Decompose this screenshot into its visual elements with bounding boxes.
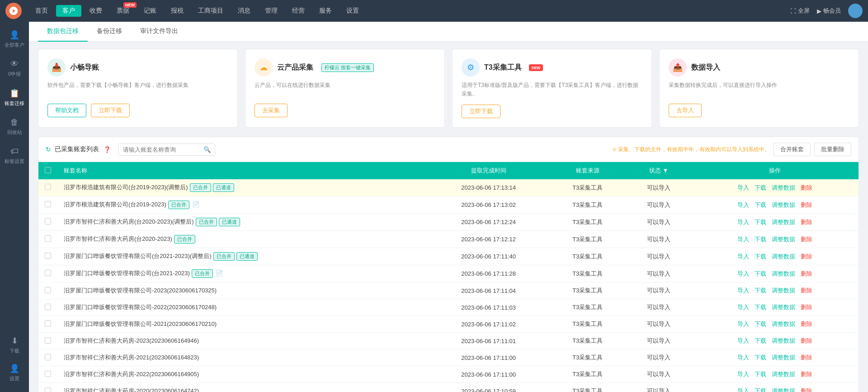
row-action-删除[interactable]: 删除 [798,304,815,311]
tab-audit-export[interactable]: 审计文件导出 [131,22,187,42]
row-action-删除[interactable]: 删除 [798,270,815,277]
row-checkbox[interactable] [45,270,51,276]
row-action-导入[interactable]: 导入 [735,184,752,191]
row-action-删除[interactable]: 删除 [798,337,815,344]
row-action-导入[interactable]: 导入 [735,270,752,277]
refresh-icon[interactable]: ↻ [46,146,51,153]
row-action-下载[interactable]: 下载 [752,387,769,392]
row-action-调整数据[interactable]: 调整数据 [769,201,798,208]
row-action-删除[interactable]: 删除 [798,371,815,378]
fullscreen-button[interactable]: ⛶ 全屏 [790,7,810,15]
row-checkbox[interactable] [45,201,51,207]
row-action-调整数据[interactable]: 调整数据 [769,184,798,191]
nav-item-charge[interactable]: 收费 [83,5,108,17]
sidebar-item-download[interactable]: ⬇ 下载 [9,331,19,359]
sidebar-item-account-migration[interactable]: 📋 账套迁移 [0,84,29,111]
row-action-删除[interactable]: 删除 [798,236,815,243]
row-checkbox[interactable] [45,184,51,190]
row-action-导入[interactable]: 导入 [735,337,752,344]
nav-item-service[interactable]: 服务 [313,5,338,17]
batch-delete-button[interactable]: 批量删除 [814,143,851,156]
row-checkbox[interactable] [45,371,51,377]
search-input[interactable] [118,144,200,155]
nav-item-operate[interactable]: 经营 [286,5,311,17]
header-checkbox[interactable] [45,167,51,173]
row-checkbox[interactable] [45,387,51,392]
row-action-导入[interactable]: 导入 [735,236,752,243]
nav-item-client[interactable]: 客户 [56,5,81,17]
nav-item-invoice[interactable]: 票据 NEW [110,5,136,17]
row-checkbox[interactable] [45,354,51,360]
xiaochang-help-button[interactable]: 帮助文档 [47,104,86,117]
user-avatar[interactable] [848,4,863,18]
row-action-导入[interactable]: 导入 [735,354,752,361]
tab-data-migration[interactable]: 数据包迁移 [38,22,88,42]
row-action-下载[interactable]: 下载 [752,304,769,311]
row-action-下载[interactable]: 下载 [752,184,769,191]
sidebar-item-all-clients[interactable]: 👤 全部客户 [0,25,29,53]
tab-backup-migration[interactable]: 备份迁移 [88,22,131,42]
row-action-删除[interactable]: 删除 [798,219,815,225]
member-button[interactable]: ▶ 畅会员 [817,7,841,15]
nav-item-message[interactable]: 消息 [231,5,257,17]
import-go-button[interactable]: 去导入 [669,104,702,117]
row-action-调整数据[interactable]: 调整数据 [769,287,798,294]
t3-download-button[interactable]: 立即下载 [462,105,500,118]
sidebar-item-tag-settings[interactable]: 🏷 标签设置 [0,142,29,169]
row-action-调整数据[interactable]: 调整数据 [769,371,798,378]
app-logo[interactable] [5,3,22,19]
row-action-下载[interactable]: 下载 [752,236,769,243]
row-action-调整数据[interactable]: 调整数据 [769,387,798,392]
row-action-调整数据[interactable]: 调整数据 [769,304,798,311]
row-action-调整数据[interactable]: 调整数据 [769,337,798,344]
row-checkbox[interactable] [45,253,51,259]
row-action-调整数据[interactable]: 调整数据 [769,354,798,361]
merge-accounts-button[interactable]: 合并账套 [774,143,811,156]
search-button[interactable]: 🔍 [200,144,215,155]
row-action-导入[interactable]: 导入 [735,201,752,208]
row-checkbox[interactable] [45,320,51,327]
row-checkbox[interactable] [45,287,51,293]
xiaochang-download-button[interactable]: 立即下载 [91,104,130,117]
nav-item-settings[interactable]: 设置 [340,5,365,17]
row-action-导入[interactable]: 导入 [735,371,752,378]
file-icon[interactable]: 📄 [192,201,199,208]
nav-item-business[interactable]: 工商项目 [192,5,230,17]
row-action-删除[interactable]: 删除 [798,320,815,327]
row-action-下载[interactable]: 下载 [752,270,769,277]
row-action-下载[interactable]: 下载 [752,354,769,361]
row-action-下载[interactable]: 下载 [752,253,769,260]
row-checkbox[interactable] [45,235,51,242]
nav-item-manage[interactable]: 管理 [259,5,284,17]
row-action-删除[interactable]: 删除 [798,184,815,191]
sidebar-item-recycle-bin[interactable]: 🗑 回收站 [0,113,29,140]
row-action-删除[interactable]: 删除 [798,287,815,294]
row-action-下载[interactable]: 下载 [752,219,769,225]
nav-item-home[interactable]: 首页 [29,5,54,17]
row-action-删除[interactable]: 删除 [798,354,815,361]
cloud-collect-button[interactable]: 去采集 [255,104,288,117]
row-action-调整数据[interactable]: 调整数据 [769,270,798,277]
row-action-下载[interactable]: 下载 [752,320,769,327]
row-action-调整数据[interactable]: 调整数据 [769,219,798,225]
sidebar-item-zero-declaration[interactable]: 👁 0申报 [0,55,29,82]
row-action-下载[interactable]: 下载 [752,201,769,208]
row-action-导入[interactable]: 导入 [735,219,752,225]
row-action-调整数据[interactable]: 调整数据 [769,253,798,260]
row-action-删除[interactable]: 删除 [798,201,815,208]
row-action-调整数据[interactable]: 调整数据 [769,236,798,243]
sidebar-item-user-settings[interactable]: 👤 设置 [9,359,19,387]
row-action-导入[interactable]: 导入 [735,320,752,327]
row-action-删除[interactable]: 删除 [798,387,815,392]
row-action-下载[interactable]: 下载 [752,287,769,294]
row-action-删除[interactable]: 删除 [798,253,815,260]
row-checkbox[interactable] [45,218,51,225]
row-action-导入[interactable]: 导入 [735,304,752,311]
row-action-调整数据[interactable]: 调整数据 [769,320,798,327]
file-icon[interactable]: 📄 [216,270,223,277]
row-action-导入[interactable]: 导入 [735,387,752,392]
row-action-下载[interactable]: 下载 [752,371,769,378]
nav-item-bookkeeping[interactable]: 记账 [137,5,163,17]
row-action-导入[interactable]: 导入 [735,287,752,294]
row-action-导入[interactable]: 导入 [735,253,752,260]
